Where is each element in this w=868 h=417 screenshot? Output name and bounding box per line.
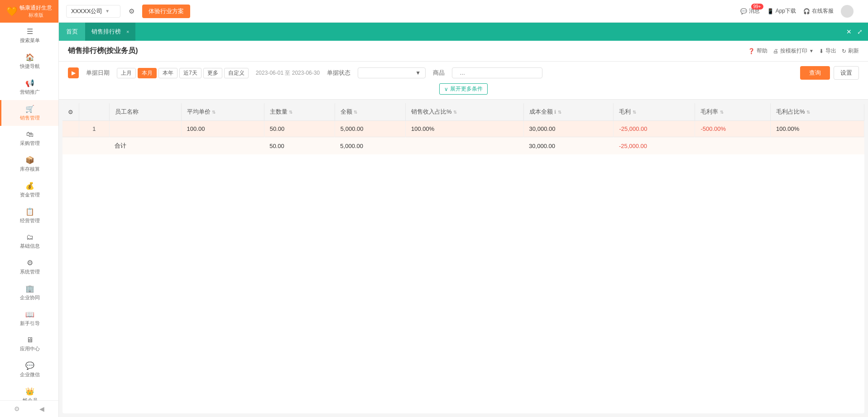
- date-range-display: 2023-06-01 至 2023-06-30: [256, 69, 320, 77]
- tab-expand-icon[interactable]: ⤢: [857, 28, 863, 35]
- query-button[interactable]: 查询: [800, 66, 830, 80]
- sidebar-item-guide[interactable]: 📖 新手引导: [0, 306, 58, 331]
- sidebar-item-system[interactable]: ⚙ 系统管理: [0, 254, 58, 280]
- date-btn-last-month[interactable]: 上月: [117, 68, 136, 78]
- sidebar-label-ops: 经营管理: [20, 217, 40, 224]
- sidebar-label-enterprise: 企业协同: [20, 294, 40, 301]
- date-btn-more[interactable]: 更多: [203, 68, 222, 78]
- tab-home[interactable]: 首页: [59, 23, 85, 41]
- tab-bar: 首页 销售排行榜 × ✕ ⤢: [59, 23, 868, 41]
- sort-grosspct-icon[interactable]: ⇅: [806, 110, 810, 115]
- cell-grosspct: 100.00%: [771, 121, 864, 137]
- sidebar-label-system: 系统管理: [20, 268, 40, 275]
- apps-icon: 🖥: [26, 336, 34, 344]
- sort-gross-icon[interactable]: ⇅: [633, 110, 636, 115]
- trial-button[interactable]: 体验行业方案: [142, 5, 190, 18]
- col-grossrate-header[interactable]: 毛利率 ⇅: [695, 103, 771, 121]
- export-button[interactable]: ⬇ 导出: [819, 47, 836, 55]
- sidebar: 🧡 畅康通好生意 标准版 ☰ 搜索菜单 🏠 快捷导航 📢 营销推广 🛒 销售管理…: [0, 0, 59, 417]
- user-avatar[interactable]: [841, 5, 854, 18]
- sidebar-settings-icon[interactable]: ⚙: [14, 405, 20, 412]
- col-cost-header[interactable]: 成本全额 ℹ ⇅: [523, 103, 614, 121]
- sidebar-item-apps[interactable]: 🖥 应用中心: [0, 331, 58, 357]
- sort-qty-icon[interactable]: ⇅: [289, 110, 293, 115]
- sidebar-item-basic[interactable]: 🗂 基础信息: [0, 229, 58, 254]
- cell-salespct: 100.00%: [406, 121, 524, 137]
- goods-filter-dots: …: [460, 70, 465, 76]
- date-btn-this-year[interactable]: 本年: [158, 68, 177, 78]
- date-btn-7days[interactable]: 近7天: [179, 68, 201, 78]
- date-label: 单据日期: [86, 69, 110, 77]
- tab-label-sales-ranking: 销售排行榜: [91, 28, 121, 36]
- finance-icon: 💰: [25, 182, 34, 190]
- print-icon: 🖨: [773, 48, 778, 54]
- status-select[interactable]: ▼: [358, 67, 426, 78]
- sort-cost-icon[interactable]: ⇅: [558, 110, 561, 115]
- date-btn-custom[interactable]: 自定义: [224, 68, 249, 78]
- member-icon: 👑: [25, 387, 34, 396]
- sidebar-label-wechat: 企业微信: [20, 371, 40, 378]
- sidebar-item-ops[interactable]: 📋 经营管理: [0, 203, 58, 229]
- col-avgprice-header[interactable]: 平均单价 ⇅: [181, 103, 264, 121]
- col-name-header: 员工名称: [109, 103, 181, 121]
- sidebar-label-quicknav: 快捷导航: [20, 63, 40, 70]
- footer-amount: 5,000.00: [335, 137, 405, 155]
- refresh-button[interactable]: ↻ 刷新: [842, 47, 859, 55]
- sidebar-item-purchase[interactable]: 🛍 采购管理: [0, 126, 58, 151]
- sidebar-item-inventory[interactable]: 📦 库存核算: [0, 151, 58, 177]
- date-buttons: 上月 本月 本年 近7天 更多 自定义: [117, 68, 249, 78]
- message-button[interactable]: 💬 消息 99+: [740, 7, 760, 15]
- page-header: 销售排行榜(按业务员) ❓ 帮助 🖨 按模板打印 ▼ ⬇ 导出 ↻ 刷新: [59, 41, 868, 62]
- app-download-button[interactable]: 📱 App下载: [767, 7, 796, 15]
- help-button[interactable]: ❓ 帮助: [748, 47, 767, 55]
- sidebar-collapse-icon[interactable]: ◀: [39, 405, 44, 412]
- sidebar-item-quicknav[interactable]: 🏠 快捷导航: [0, 48, 58, 74]
- filter-toggle-icon[interactable]: ▶: [68, 67, 79, 78]
- table-scroll[interactable]: ⚙ 员工名称 平均单价 ⇅ 主数量 ⇅ 全额 ⇅ 销售收入占比% ⇅ 成本全额 …: [62, 103, 864, 413]
- online-service-button[interactable]: 🎧 在线客服: [803, 7, 834, 15]
- sidebar-item-search[interactable]: ☰ 搜索菜单: [0, 23, 58, 48]
- company-select[interactable]: XXXXX公司 ▼: [66, 5, 120, 18]
- col-salespct-header[interactable]: 销售收入占比% ⇅: [406, 103, 524, 121]
- filter-settings-button[interactable]: 设置: [834, 66, 859, 80]
- guide-icon: 📖: [25, 310, 34, 319]
- refresh-icon: ↻: [842, 48, 846, 54]
- print-button[interactable]: 🖨 按模板打印 ▼: [773, 47, 814, 55]
- sidebar-item-wechat[interactable]: 💬 企业微信: [0, 357, 58, 383]
- col-gross-header[interactable]: 毛利 ⇅: [614, 103, 695, 121]
- expand-conditions-button[interactable]: ∨ 展开更多条件: [439, 83, 488, 95]
- sidebar-item-finance[interactable]: 💰 资金管理: [0, 177, 58, 203]
- page-actions: ❓ 帮助 🖨 按模板打印 ▼ ⬇ 导出 ↻ 刷新: [748, 47, 859, 55]
- date-btn-this-month[interactable]: 本月: [138, 68, 157, 78]
- sort-grossrate-icon[interactable]: ⇅: [720, 110, 724, 115]
- settings-gear-button[interactable]: ⚙: [125, 5, 138, 18]
- sidebar-navigation: ☰ 搜索菜单 🏠 快捷导航 📢 营销推广 🛒 销售管理 🛍 采购管理 📦 库存核…: [0, 23, 58, 400]
- sidebar-item-sales[interactable]: 🛒 销售管理: [0, 100, 58, 126]
- sidebar-label-finance: 资金管理: [20, 192, 40, 198]
- sidebar-label-sales: 销售管理: [20, 115, 40, 121]
- cell-qty: 50.00: [264, 121, 335, 137]
- tab-close-icon[interactable]: ×: [126, 29, 129, 34]
- filter-expand-row: ∨ 展开更多条件: [68, 83, 859, 95]
- col-settings-header[interactable]: ⚙: [62, 103, 79, 121]
- col-amount-header[interactable]: 全额 ⇅: [335, 103, 405, 121]
- col-grosspct-header[interactable]: 毛利占比% ⇅: [771, 103, 864, 121]
- sort-avgprice-icon[interactable]: ⇅: [212, 110, 216, 115]
- sidebar-item-member[interactable]: 👑 畅会员: [0, 383, 58, 400]
- tab-close-all-icon[interactable]: ✕: [846, 28, 852, 35]
- cell-name: [109, 121, 181, 137]
- ops-icon: 📋: [25, 207, 34, 216]
- export-icon: ⬇: [819, 48, 824, 54]
- cell-amount: 5,000.00: [335, 121, 405, 137]
- col-qty-header[interactable]: 主数量 ⇅: [264, 103, 335, 121]
- main-content: XXXXX公司 ▼ ⚙ 体验行业方案 💬 消息 99+ 📱 App下载 🎧 在线…: [59, 0, 868, 417]
- goods-filter[interactable]: …: [452, 67, 542, 78]
- tab-sales-ranking[interactable]: 销售排行榜 ×: [85, 23, 135, 41]
- sidebar-item-enterprise[interactable]: 🏢 企业协同: [0, 280, 58, 306]
- sort-amount-icon[interactable]: ⇅: [354, 110, 357, 115]
- filter-row-1: ▶ 单据日期 上月 本月 本年 近7天 更多 自定义 2023-06-01 至 …: [68, 66, 859, 80]
- sidebar-item-marketing[interactable]: 📢 营销推广: [0, 74, 58, 100]
- info-cost-icon[interactable]: ℹ: [554, 109, 556, 115]
- sort-salespct-icon[interactable]: ⇅: [453, 110, 457, 115]
- footer-total-label: 合计: [109, 137, 181, 155]
